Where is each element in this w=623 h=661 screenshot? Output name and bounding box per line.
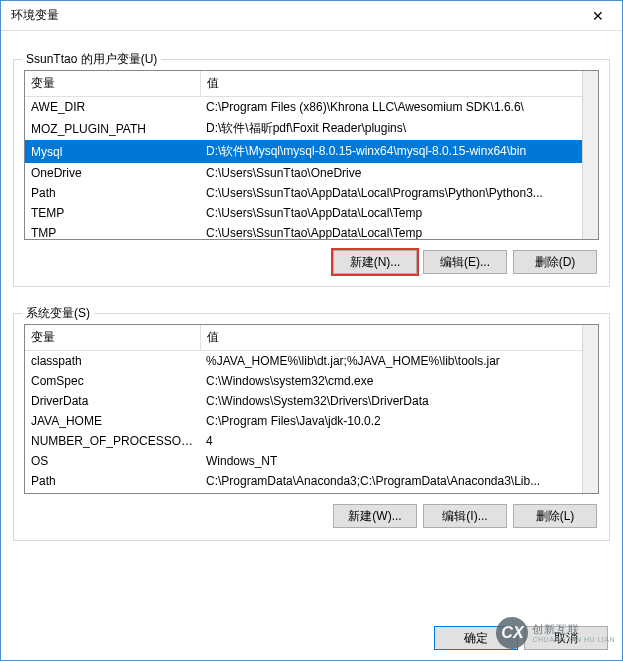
table-row[interactable]: OneDriveC:\Users\SsunTtao\OneDrive <box>25 163 582 183</box>
cell-var: OS <box>25 451 200 471</box>
system-delete-button[interactable]: 删除(L) <box>513 504 597 528</box>
env-vars-dialog: 环境变量 ✕ SsunTtao 的用户变量(U) 变量 值 <box>0 0 623 661</box>
user-vars-label: SsunTtao 的用户变量(U) <box>22 51 161 68</box>
cell-val: C:\Windows\system32\cmd.exe <box>200 371 582 391</box>
cell-val: C:\Users\SsunTtao\OneDrive <box>200 163 582 183</box>
system-new-button[interactable]: 新建(W)... <box>333 504 417 528</box>
table-row[interactable]: PathC:\Users\SsunTtao\AppData\Local\Prog… <box>25 183 582 203</box>
cell-val: C:\Users\SsunTtao\AppData\Local\Temp <box>200 203 582 223</box>
table-row[interactable]: DriverDataC:\Windows\System32\Drivers\Dr… <box>25 391 582 411</box>
cell-var: Path <box>25 183 200 203</box>
cell-var: TEMP <box>25 203 200 223</box>
col-header-var[interactable]: 变量 <box>25 71 200 97</box>
system-vars-group: 系统变量(S) 变量 值 classpath%JAVA_HOME%\lib\dt… <box>13 313 610 541</box>
cell-val: C:\Program Files\Java\jdk-10.0.2 <box>200 411 582 431</box>
system-vars-table[interactable]: 变量 值 classpath%JAVA_HOME%\lib\dt.jar;%JA… <box>25 325 582 491</box>
table-row[interactable]: MysqlD:\软件\Mysql\mysql-8.0.15-winx64\mys… <box>25 140 582 163</box>
system-edit-button[interactable]: 编辑(I)... <box>423 504 507 528</box>
cell-var: Mysql <box>25 140 200 163</box>
user-vars-group: SsunTtao 的用户变量(U) 变量 值 AWE_DIRC:\Program… <box>13 59 610 287</box>
cell-val: 4 <box>200 431 582 451</box>
cell-var: classpath <box>25 351 200 372</box>
cell-val: C:\Users\SsunTtao\AppData\Local\Temp <box>200 223 582 239</box>
system-vars-table-wrap: 变量 值 classpath%JAVA_HOME%\lib\dt.jar;%JA… <box>24 324 599 494</box>
table-row[interactable]: MOZ_PLUGIN_PATHD:\软件\福昕pdf\Foxit Reader\… <box>25 117 582 140</box>
col-header-val[interactable]: 值 <box>200 71 582 97</box>
cell-var: ComSpec <box>25 371 200 391</box>
cell-val: C:\ProgramData\Anaconda3;C:\ProgramData\… <box>200 471 582 491</box>
table-row[interactable]: TMPC:\Users\SsunTtao\AppData\Local\Temp <box>25 223 582 239</box>
dialog-content: SsunTtao 的用户变量(U) 变量 值 AWE_DIRC:\Program… <box>1 31 622 620</box>
cell-var: MOZ_PLUGIN_PATH <box>25 117 200 140</box>
table-row[interactable]: OSWindows_NT <box>25 451 582 471</box>
system-vars-buttons: 新建(W)... 编辑(I)... 删除(L) <box>24 494 599 530</box>
table-row[interactable]: JAVA_HOMEC:\Program Files\Java\jdk-10.0.… <box>25 411 582 431</box>
table-row[interactable]: ComSpecC:\Windows\system32\cmd.exe <box>25 371 582 391</box>
user-vars-buttons: 新建(N)... 编辑(E)... 删除(D) <box>24 240 599 276</box>
cell-var: OneDrive <box>25 163 200 183</box>
cell-var: NUMBER_OF_PROCESSORS <box>25 431 200 451</box>
ok-button[interactable]: 确定 <box>434 626 518 650</box>
titlebar: 环境变量 ✕ <box>1 1 622 31</box>
user-edit-button[interactable]: 编辑(E)... <box>423 250 507 274</box>
cell-var: TMP <box>25 223 200 239</box>
user-new-button[interactable]: 新建(N)... <box>333 250 417 274</box>
system-vars-scrollbar[interactable] <box>582 325 598 493</box>
table-row[interactable]: TEMPC:\Users\SsunTtao\AppData\Local\Temp <box>25 203 582 223</box>
cell-val: %JAVA_HOME%\lib\dt.jar;%JAVA_HOME%\lib\t… <box>200 351 582 372</box>
cell-val: C:\Windows\System32\Drivers\DriverData <box>200 391 582 411</box>
col-header-var[interactable]: 变量 <box>25 325 200 351</box>
user-vars-table-wrap: 变量 值 AWE_DIRC:\Program Files (x86)\Khron… <box>24 70 599 240</box>
table-row[interactable]: AWE_DIRC:\Program Files (x86)\Khrona LLC… <box>25 97 582 118</box>
user-delete-button[interactable]: 删除(D) <box>513 250 597 274</box>
cell-val: D:\软件\Mysql\mysql-8.0.15-winx64\mysql-8.… <box>200 140 582 163</box>
table-header-row: 变量 值 <box>25 71 582 97</box>
col-header-val[interactable]: 值 <box>200 325 582 351</box>
cell-var: Path <box>25 471 200 491</box>
table-row[interactable]: PathC:\ProgramData\Anaconda3;C:\ProgramD… <box>25 471 582 491</box>
system-vars-table-inner: 变量 值 classpath%JAVA_HOME%\lib\dt.jar;%JA… <box>25 325 582 493</box>
cell-val: Windows_NT <box>200 451 582 471</box>
cell-var: JAVA_HOME <box>25 411 200 431</box>
dialog-buttons: 确定 取消 <box>1 620 622 660</box>
cell-val: D:\软件\福昕pdf\Foxit Reader\plugins\ <box>200 117 582 140</box>
table-row[interactable]: classpath%JAVA_HOME%\lib\dt.jar;%JAVA_HO… <box>25 351 582 372</box>
system-vars-label: 系统变量(S) <box>22 305 94 322</box>
cell-var: DriverData <box>25 391 200 411</box>
cancel-button[interactable]: 取消 <box>524 626 608 650</box>
user-vars-table-inner: 变量 值 AWE_DIRC:\Program Files (x86)\Khron… <box>25 71 582 239</box>
cell-val: C:\Users\SsunTtao\AppData\Local\Programs… <box>200 183 582 203</box>
close-icon[interactable]: ✕ <box>578 2 618 30</box>
cell-var: AWE_DIR <box>25 97 200 118</box>
cell-val: C:\Program Files (x86)\Khrona LLC\Awesom… <box>200 97 582 118</box>
user-vars-table[interactable]: 变量 值 AWE_DIRC:\Program Files (x86)\Khron… <box>25 71 582 239</box>
window-title: 环境变量 <box>5 7 59 24</box>
user-vars-scrollbar[interactable] <box>582 71 598 239</box>
table-row[interactable]: NUMBER_OF_PROCESSORS4 <box>25 431 582 451</box>
table-header-row: 变量 值 <box>25 325 582 351</box>
